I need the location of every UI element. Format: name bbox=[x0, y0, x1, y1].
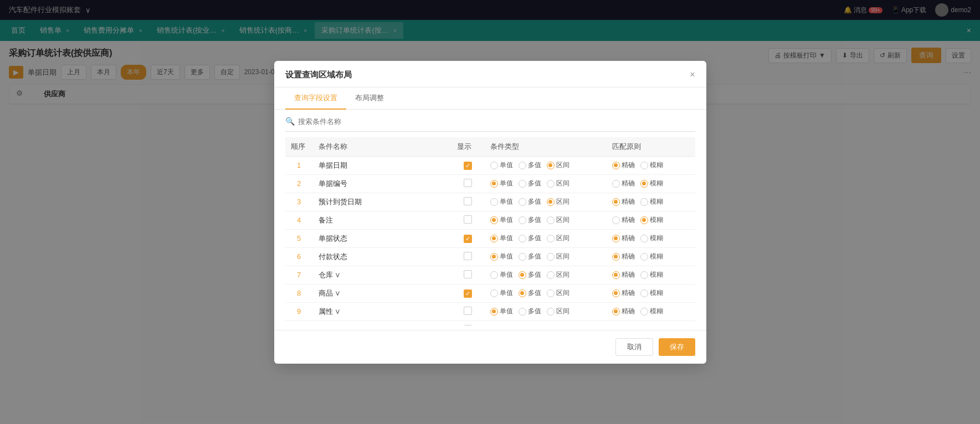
radio-type-multi[interactable]: 多值 bbox=[519, 325, 541, 325]
radio-match-exact[interactable]: 精确 bbox=[612, 161, 635, 170]
radio-type-multi[interactable]: 多值 bbox=[519, 252, 541, 261]
cell-type: 单值多值区间 bbox=[485, 302, 607, 320]
radio-match-exact[interactable]: 精确 bbox=[612, 288, 635, 298]
dialog-tab-1[interactable]: 布局调整 bbox=[346, 87, 393, 110]
cell-show[interactable] bbox=[451, 211, 485, 229]
radio-type-multi[interactable]: 多值 bbox=[519, 161, 541, 170]
radio-match-exact[interactable]: 精确 bbox=[612, 270, 635, 280]
radio-type-range[interactable]: 区间 bbox=[547, 197, 569, 206]
radio-match-exact[interactable]: 精确 bbox=[612, 252, 635, 261]
dialog-close-btn[interactable]: × bbox=[690, 70, 695, 79]
radio-type-single[interactable]: 单值 bbox=[490, 161, 513, 170]
radio-match-exact[interactable]: 精确 bbox=[612, 179, 635, 188]
cell-match: 精确模糊 bbox=[607, 229, 695, 247]
show-checkbox[interactable] bbox=[464, 197, 472, 205]
radio-match-exact[interactable]: 精确 bbox=[612, 325, 635, 325]
cell-show[interactable] bbox=[451, 320, 485, 325]
cell-show[interactable] bbox=[451, 266, 485, 284]
cell-name: 属性 ∨ bbox=[313, 302, 451, 320]
radio-type-range[interactable]: 区间 bbox=[547, 252, 569, 261]
cell-show[interactable] bbox=[451, 302, 485, 320]
modal-overlay[interactable]: 设置查询区域布局 × 查询字段设置 布局调整 🔍 bbox=[0, 0, 980, 424]
th-match: 匹配原则 bbox=[607, 137, 695, 157]
cell-name: 仓库 ∨ bbox=[313, 266, 451, 284]
show-checkbox[interactable]: ✓ bbox=[464, 235, 472, 243]
cell-order: 9 bbox=[285, 302, 313, 320]
radio-type-single[interactable]: 单值 bbox=[490, 270, 513, 280]
radio-type-range[interactable]: 区间 bbox=[547, 215, 569, 225]
radio-type-multi[interactable]: 多值 bbox=[519, 270, 541, 280]
show-checkbox[interactable] bbox=[464, 215, 472, 224]
radio-type-single[interactable]: 单值 bbox=[490, 197, 513, 206]
dialog-body: 🔍 顺序 条件名称 显示 条件类型 匹配原则 bbox=[274, 110, 706, 330]
dialog-tabs: 查询字段设置 布局调整 bbox=[274, 87, 706, 110]
cell-match: 精确模糊 bbox=[607, 156, 695, 174]
radio-match-exact[interactable]: 精确 bbox=[612, 234, 635, 243]
cancel-button[interactable]: 取消 bbox=[615, 338, 653, 356]
radio-type-range[interactable]: 区间 bbox=[547, 161, 569, 170]
cell-show[interactable] bbox=[451, 174, 485, 193]
radio-match-circle-exact bbox=[612, 216, 620, 224]
radio-type-single[interactable]: 单值 bbox=[490, 325, 513, 325]
radio-match-fuzzy[interactable]: 模糊 bbox=[640, 252, 663, 261]
radio-type-multi[interactable]: 多值 bbox=[519, 234, 541, 243]
radio-type-single[interactable]: 单值 bbox=[490, 179, 513, 188]
radio-match-fuzzy[interactable]: 模糊 bbox=[640, 161, 663, 170]
radio-type-range[interactable]: 区间 bbox=[547, 179, 569, 188]
show-checkbox[interactable] bbox=[464, 325, 472, 325]
radio-type-range[interactable]: 区间 bbox=[547, 270, 569, 280]
radio-match-fuzzy[interactable]: 模糊 bbox=[640, 270, 663, 280]
show-checkbox[interactable] bbox=[464, 252, 472, 260]
radio-circle-single bbox=[490, 235, 498, 242]
radio-circle-range bbox=[547, 180, 555, 188]
radio-match-circle-fuzzy bbox=[640, 235, 648, 242]
radio-match-circle-exact bbox=[612, 253, 620, 261]
radio-match-fuzzy[interactable]: 模糊 bbox=[640, 179, 663, 188]
radio-match-exact[interactable]: 精确 bbox=[612, 307, 635, 316]
radio-type-multi[interactable]: 多值 bbox=[519, 288, 541, 298]
radio-type-single[interactable]: 单值 bbox=[490, 234, 513, 243]
cell-name: 商品 ∨ bbox=[313, 284, 451, 302]
show-checkbox[interactable] bbox=[464, 179, 472, 187]
radio-circle-range bbox=[547, 198, 555, 206]
cell-order: 7 bbox=[285, 266, 313, 284]
table-row: 10有无商品图片单值多值区间精确模糊 bbox=[285, 320, 695, 325]
radio-type-single[interactable]: 单值 bbox=[490, 307, 513, 316]
dialog-footer: 取消 保存 bbox=[274, 330, 706, 364]
cell-show[interactable] bbox=[451, 193, 485, 211]
radio-type-range[interactable]: 区间 bbox=[547, 288, 569, 298]
radio-match-fuzzy[interactable]: 模糊 bbox=[640, 234, 663, 243]
radio-match-fuzzy[interactable]: 模糊 bbox=[640, 197, 663, 206]
cell-show[interactable]: ✓ bbox=[451, 229, 485, 247]
radio-type-multi[interactable]: 多值 bbox=[519, 215, 541, 225]
cell-order: 5 bbox=[285, 229, 313, 247]
dialog-tab-0[interactable]: 查询字段设置 bbox=[285, 87, 346, 110]
radio-match-fuzzy[interactable]: 模糊 bbox=[640, 288, 663, 298]
show-checkbox[interactable]: ✓ bbox=[464, 162, 472, 170]
cell-show[interactable]: ✓ bbox=[451, 156, 485, 174]
radio-type-multi[interactable]: 多值 bbox=[519, 179, 541, 188]
radio-match-circle-exact bbox=[612, 180, 620, 188]
search-input[interactable] bbox=[295, 116, 695, 127]
radio-type-range[interactable]: 区间 bbox=[547, 234, 569, 243]
radio-type-single[interactable]: 单值 bbox=[490, 288, 513, 298]
radio-match-fuzzy[interactable]: 模糊 bbox=[640, 307, 663, 316]
radio-type-single[interactable]: 单值 bbox=[490, 215, 513, 225]
radio-match-exact[interactable]: 精确 bbox=[612, 215, 635, 225]
show-checkbox[interactable] bbox=[464, 270, 472, 278]
cell-show[interactable] bbox=[451, 247, 485, 266]
radio-type-multi[interactable]: 多值 bbox=[519, 197, 541, 206]
radio-type-multi[interactable]: 多值 bbox=[519, 307, 541, 316]
radio-type-range[interactable]: 区间 bbox=[547, 307, 569, 316]
show-checkbox[interactable] bbox=[464, 307, 472, 315]
radio-type-single[interactable]: 单值 bbox=[490, 252, 513, 261]
radio-match-fuzzy[interactable]: 模糊 bbox=[640, 215, 663, 225]
cell-show[interactable]: ✓ bbox=[451, 284, 485, 302]
show-checkbox[interactable]: ✓ bbox=[464, 289, 472, 298]
cell-order: 3 bbox=[285, 193, 313, 211]
radio-match-fuzzy[interactable]: 模糊 bbox=[640, 325, 663, 325]
search-icon: 🔍 bbox=[285, 117, 295, 126]
radio-type-range[interactable]: 区间 bbox=[547, 325, 569, 325]
save-button[interactable]: 保存 bbox=[659, 338, 695, 356]
radio-match-exact[interactable]: 精确 bbox=[612, 197, 635, 206]
